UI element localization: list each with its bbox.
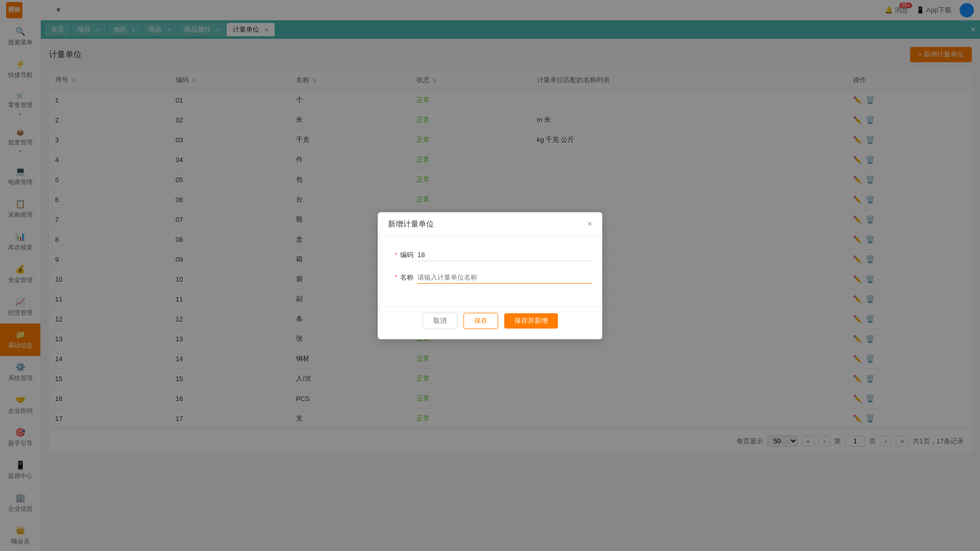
modal-footer: 取消 保存 保存并新增 — [378, 306, 602, 339]
modal-body: * 编码 * 名称 — [378, 237, 602, 306]
code-input[interactable] — [418, 249, 592, 261]
modal-close-btn[interactable]: × — [587, 219, 592, 229]
name-label-text: 名称 — [400, 273, 413, 281]
cancel-button[interactable]: 取消 — [423, 313, 457, 329]
code-form-row: * 编码 — [388, 249, 592, 261]
add-measure-unit-modal: 新增计量单位 × * 编码 * 名称 取消 保存 保存并新增 — [378, 212, 602, 339]
name-label: * 名称 — [388, 273, 413, 282]
code-label: * 编码 — [388, 251, 413, 260]
modal-header: 新增计量单位 × — [378, 212, 602, 237]
code-required-star: * — [395, 251, 397, 259]
name-required-star: * — [395, 273, 397, 281]
name-input[interactable] — [418, 271, 592, 284]
code-label-text: 编码 — [400, 251, 413, 259]
modal-title: 新增计量单位 — [388, 219, 434, 229]
modal-overlay: 新增计量单位 × * 编码 * 名称 取消 保存 保存并新增 — [0, 0, 980, 551]
save-add-button[interactable]: 保存并新增 — [504, 313, 558, 329]
name-form-row: * 名称 — [388, 271, 592, 284]
save-button[interactable]: 保存 — [463, 313, 498, 329]
